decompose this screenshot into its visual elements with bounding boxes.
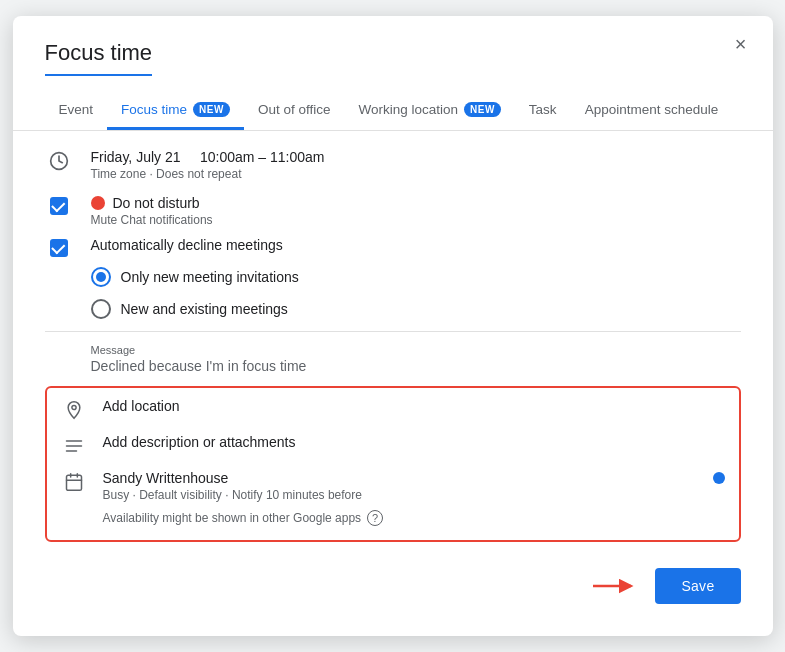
radio-new-existing[interactable]: New and existing meetings	[91, 299, 741, 319]
clock-icon	[45, 151, 73, 171]
close-button[interactable]: ×	[725, 28, 757, 60]
dnd-content: Do not disturb Mute Chat notifications	[91, 195, 741, 227]
decline-label: Automatically decline meetings	[91, 237, 741, 253]
timezone-repeat: Time zone · Does not repeat	[91, 167, 741, 181]
description-row[interactable]: Add description or attachments	[61, 434, 725, 456]
calendar-user-row: Sandy Writtenhouse Busy · Default visibi…	[61, 470, 725, 526]
dialog-title: Focus time	[45, 40, 153, 76]
location-row[interactable]: Add location	[61, 398, 725, 420]
calendar-sub: Busy · Default visibility · Notify 10 mi…	[103, 488, 725, 502]
availability-text: Availability might be shown in other Goo…	[103, 511, 362, 525]
radio-only-new-button[interactable]	[91, 267, 111, 287]
message-content: Message Declined because I'm in focus ti…	[91, 344, 741, 374]
svg-point-1	[71, 405, 75, 409]
divider	[45, 331, 741, 332]
tab-out-of-office[interactable]: Out of office	[244, 92, 345, 130]
date-time-main: Friday, July 21 10:00am – 11:00am	[91, 149, 741, 165]
dialog-header: Focus time Event Focus time NEW Out of o…	[13, 16, 773, 131]
tab-task[interactable]: Task	[515, 92, 571, 130]
calendar-user-content: Sandy Writtenhouse Busy · Default visibi…	[103, 470, 725, 526]
decline-content: Automatically decline meetings	[91, 237, 741, 253]
calendar-icon	[61, 472, 87, 492]
dnd-label-row: Do not disturb	[91, 195, 741, 211]
dialog-body: Friday, July 21 10:00am – 11:00am Time z…	[13, 131, 773, 542]
location-icon	[61, 400, 87, 420]
save-button[interactable]: Save	[655, 568, 740, 604]
svg-rect-5	[66, 475, 81, 490]
radio-only-new-label: Only new meeting invitations	[121, 269, 299, 285]
user-row: Sandy Writtenhouse	[103, 470, 725, 486]
decline-checkbox-area[interactable]	[45, 239, 73, 257]
date-time-row: Friday, July 21 10:00am – 11:00am Time z…	[45, 149, 741, 181]
decline-checkbox[interactable]	[50, 239, 68, 257]
tabs-bar: Event Focus time NEW Out of office Worki…	[45, 92, 741, 130]
dialog-footer: Save	[13, 552, 773, 604]
tab-focus-time[interactable]: Focus time NEW	[107, 92, 244, 130]
help-icon[interactable]: ?	[367, 510, 383, 526]
tab-appointment-schedule[interactable]: Appointment schedule	[571, 92, 733, 130]
dialog: × Focus time Event Focus time NEW Out of…	[13, 16, 773, 636]
arrow-hint	[591, 574, 639, 598]
user-name: Sandy Writtenhouse	[103, 470, 705, 486]
decline-row: Automatically decline meetings	[45, 237, 741, 257]
radio-only-new-inner	[96, 272, 106, 282]
date-time-content: Friday, July 21 10:00am – 11:00am Time z…	[91, 149, 741, 181]
radio-only-new[interactable]: Only new meeting invitations	[91, 267, 741, 287]
radio-new-existing-label: New and existing meetings	[121, 301, 288, 317]
description-icon	[61, 436, 87, 456]
add-location-text: Add location	[103, 398, 725, 414]
working-new-badge: NEW	[464, 102, 501, 117]
user-status-dot	[713, 472, 725, 484]
tab-event[interactable]: Event	[45, 92, 108, 130]
message-label: Message	[91, 344, 741, 356]
message-text: Declined because I'm in focus time	[91, 358, 741, 374]
dnd-row: Do not disturb Mute Chat notifications	[45, 195, 741, 227]
dnd-checkbox[interactable]	[50, 197, 68, 215]
message-row: Message Declined because I'm in focus ti…	[45, 344, 741, 374]
add-description-text: Add description or attachments	[103, 434, 725, 450]
dnd-checkbox-area[interactable]	[45, 197, 73, 215]
dnd-label: Do not disturb	[113, 195, 200, 211]
focus-new-badge: NEW	[193, 102, 230, 117]
highlighted-section: Add location Add description or attachme…	[45, 386, 741, 542]
dnd-dot-icon	[91, 196, 105, 210]
arrow-icon	[591, 574, 639, 598]
dnd-sub: Mute Chat notifications	[91, 213, 741, 227]
tab-working-location[interactable]: Working location NEW	[344, 92, 514, 130]
radio-new-existing-button[interactable]	[91, 299, 111, 319]
radio-group: Only new meeting invitations New and exi…	[91, 267, 741, 319]
availability-row: Availability might be shown in other Goo…	[103, 510, 725, 526]
